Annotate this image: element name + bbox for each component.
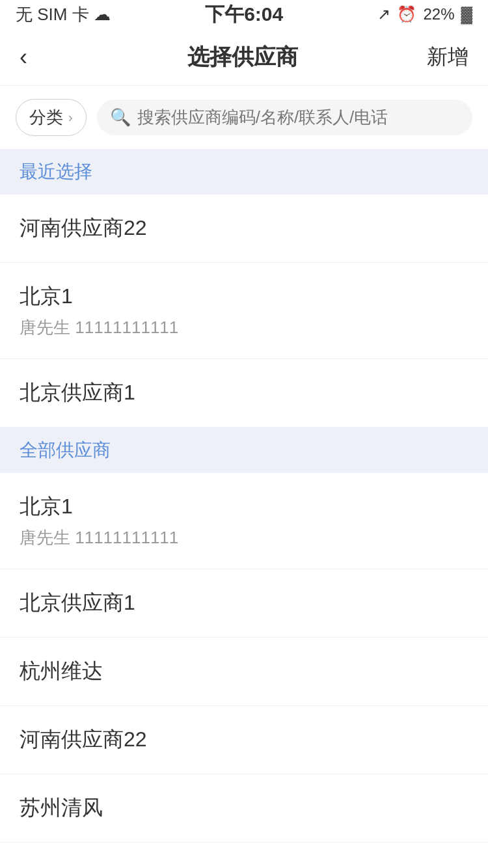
all-section-header: 全部供应商 xyxy=(0,427,488,473)
item-name: 北京1 xyxy=(20,282,468,311)
search-input[interactable] xyxy=(137,107,459,128)
location-icon: ↗ xyxy=(377,5,390,23)
item-name: 杭州维达 xyxy=(20,657,468,686)
recent-section-label: 最近选择 xyxy=(20,161,92,182)
status-left: 无 SIM 卡 ☁ xyxy=(16,3,111,26)
list-item[interactable]: 苏州清风 xyxy=(0,774,488,843)
alarm-icon: ⏰ xyxy=(397,5,416,23)
recent-list: 河南供应商22北京1唐先生 11111111111北京供应商1 xyxy=(0,195,488,427)
list-item[interactable]: 河南供应商22 xyxy=(0,195,488,263)
status-bar: 无 SIM 卡 ☁ 下午6:04 ↗ ⏰ 22% ▓ xyxy=(0,0,488,29)
item-name: 苏州清风 xyxy=(20,794,468,822)
nav-bar: ‹ 选择供应商 新增 xyxy=(0,29,488,86)
search-icon: 🔍 xyxy=(110,107,131,128)
page-title: 选择供应商 xyxy=(187,42,298,72)
search-box: 🔍 xyxy=(97,100,472,135)
list-item[interactable]: 河南供应商22 xyxy=(0,706,488,774)
sim-status: 无 SIM 卡 ☁ xyxy=(16,3,111,26)
list-item[interactable]: 北京供应商1 xyxy=(0,569,488,638)
item-name: 北京供应商1 xyxy=(20,589,468,617)
filter-bar: 分类 › 🔍 xyxy=(0,86,488,149)
item-sub: 唐先生 11111111111 xyxy=(20,526,468,549)
category-filter-button[interactable]: 分类 › xyxy=(16,99,87,136)
status-right: ↗ ⏰ 22% ▓ xyxy=(377,5,472,23)
list-item[interactable]: 北京1唐先生 11111111111 xyxy=(0,473,488,569)
item-name: 河南供应商22 xyxy=(20,214,468,243)
item-name: 北京1 xyxy=(20,493,468,521)
item-sub: 唐先生 11111111111 xyxy=(20,316,468,339)
item-name: 河南供应商22 xyxy=(20,726,468,754)
chevron-right-icon: › xyxy=(68,110,73,125)
list-item[interactable]: 杭州维达 xyxy=(0,638,488,706)
recent-section-header: 最近选择 xyxy=(0,149,488,195)
category-label: 分类 xyxy=(29,106,63,129)
battery-icon: ▓ xyxy=(461,5,473,23)
add-button[interactable]: 新增 xyxy=(427,43,468,72)
battery-status: 22% xyxy=(423,5,454,23)
back-button[interactable]: ‹ xyxy=(20,44,59,71)
item-name: 北京供应商1 xyxy=(20,379,468,407)
list-item[interactable]: 北京供应商1 xyxy=(0,359,488,427)
all-section-label: 全部供应商 xyxy=(20,440,111,460)
list-item[interactable]: 北京1唐先生 11111111111 xyxy=(0,263,488,359)
all-list: 北京1唐先生 11111111111北京供应商1杭州维达河南供应商22苏州清风 xyxy=(0,473,488,843)
status-time: 下午6:04 xyxy=(205,1,283,28)
